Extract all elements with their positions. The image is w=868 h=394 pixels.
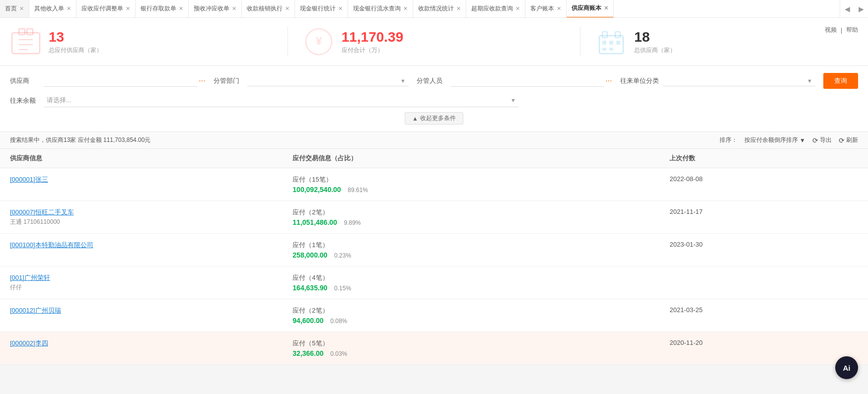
nav-tab-10[interactable]: 客户账本✕ bbox=[525, 0, 567, 18]
stat-number-suppliers: 13 bbox=[49, 29, 102, 46]
tx-amount-4: 94,600.00 bbox=[292, 317, 323, 325]
supplier-input[interactable] bbox=[44, 75, 198, 87]
collapse-bar: ▲ 收起更多条件 bbox=[10, 112, 858, 125]
nav-tab-close-3[interactable]: ✕ bbox=[179, 5, 183, 12]
stat-icon-suppliers bbox=[10, 26, 42, 58]
page-wrapper: 首页✕其他收入单✕应收应付调整单✕银行存取款单✕预收冲应收单✕收款核销执行✕现金… bbox=[0, 0, 868, 394]
nav-tab-3[interactable]: 银行存取款单✕ bbox=[136, 0, 189, 18]
nav-tab-close-2[interactable]: ✕ bbox=[126, 5, 130, 12]
tx-percent-5: 0.03% bbox=[330, 350, 347, 357]
supplier-link-3[interactable]: [001]广州荣轩 bbox=[10, 273, 292, 282]
nav-tab-close-8[interactable]: ✕ bbox=[456, 5, 461, 12]
table-row[interactable]: [000001]张三 应付（15笔） 100,092,540.00 89.61%… bbox=[0, 168, 868, 201]
nav-tab-close-11[interactable]: ✕ bbox=[604, 5, 608, 11]
refresh-button[interactable]: ⟳ 刷新 bbox=[839, 136, 858, 144]
td-supplier-4: [000012]广州贝瑞 bbox=[10, 306, 292, 316]
supplier-link-5[interactable]: [000002]李四 bbox=[10, 339, 292, 348]
td-transaction-4: 应付（2笔） 94,600.00 0.08% bbox=[292, 306, 669, 325]
person-input[interactable] bbox=[450, 75, 604, 87]
nav-tab-label-5: 收款核销执行 bbox=[247, 4, 283, 13]
svg-rect-11 bbox=[602, 41, 606, 45]
person-label: 分管人员 bbox=[417, 76, 446, 85]
sort-label: 排序： bbox=[720, 136, 737, 144]
svg-rect-13 bbox=[616, 41, 620, 45]
dept-label: 分管部门 bbox=[214, 76, 243, 85]
stats-header: 13 总应付供应商（家） ¥ 11,170.39 应付合计（万） bbox=[0, 18, 868, 66]
svg-rect-9 bbox=[602, 32, 607, 38]
nav-tab-close-10[interactable]: ✕ bbox=[557, 5, 561, 12]
table-row[interactable]: [000100]本特勤油品有限公司 应付（1笔） 258,000.00 0.23… bbox=[0, 234, 868, 266]
collapse-up-icon: ▲ bbox=[412, 115, 418, 122]
nav-tab-5[interactable]: 收款核销执行✕ bbox=[242, 0, 295, 18]
nav-tab-11[interactable]: 供应商账本✕ bbox=[567, 0, 614, 18]
tx-label-0: 应付（15笔） bbox=[292, 175, 669, 184]
balance-select[interactable]: 请选择... ▼ bbox=[44, 94, 519, 107]
td-lastpay-2: 2023-01-30 bbox=[669, 241, 858, 248]
supplier-link-4[interactable]: [000012]广州贝瑞 bbox=[10, 306, 292, 315]
nav-next-button[interactable]: ▶ bbox=[854, 0, 868, 18]
stat-icon-amount: ¥ bbox=[303, 26, 335, 58]
nav-tab-close-4[interactable]: ✕ bbox=[232, 5, 236, 12]
nav-prev-button[interactable]: ◀ bbox=[840, 0, 854, 18]
td-lastpay-0: 2022-08-08 bbox=[669, 175, 858, 183]
table-header: 供应商信息 应付交易信息（占比） 上次付数 bbox=[0, 149, 868, 168]
stat-block-suppliers: 13 总应付供应商（家） bbox=[10, 26, 273, 58]
table-body: [000001]张三 应付（15笔） 100,092,540.00 89.61%… bbox=[0, 168, 868, 365]
td-transaction-3: 应付（4笔） 164,635.90 0.15% bbox=[292, 273, 669, 292]
supplier-link-1[interactable]: [000007]恒旺二手叉车 bbox=[10, 208, 292, 217]
sort-chevron-icon: ▼ bbox=[799, 137, 805, 144]
svg-rect-1 bbox=[19, 29, 25, 35]
balance-label: 往来余额 bbox=[10, 96, 40, 105]
supplier-sub-1: 王通 17106110000 bbox=[10, 218, 60, 225]
nav-tab-1[interactable]: 其他收入单✕ bbox=[29, 0, 76, 18]
table-row[interactable]: [000002]李四 应付（5笔） 32,366.00 0.03% 2020-1… bbox=[0, 332, 868, 365]
nav-tab-close-5[interactable]: ✕ bbox=[285, 5, 289, 12]
nav-tab-close-6[interactable]: ✕ bbox=[338, 5, 343, 12]
tx-amount-3: 164,635.90 bbox=[292, 284, 327, 292]
balance-chevron-icon: ▼ bbox=[510, 97, 516, 103]
table-row[interactable]: [000007]恒旺二手叉车 王通 17106110000 应付（2笔） 11,… bbox=[0, 201, 868, 234]
nav-tab-8[interactable]: 收款情况统计✕ bbox=[413, 0, 466, 18]
ai-button[interactable]: Ai bbox=[835, 356, 858, 379]
nav-tab-label-3: 银行存取款单 bbox=[141, 4, 176, 13]
nav-tab-0[interactable]: 首页✕ bbox=[0, 0, 29, 18]
collapse-button[interactable]: ▲ 收起更多条件 bbox=[405, 112, 463, 125]
nav-tab-2[interactable]: 应收应付调整单✕ bbox=[76, 0, 136, 18]
nav-tab-close-1[interactable]: ✕ bbox=[67, 5, 71, 12]
nav-tab-7[interactable]: 现金银行流水查询✕ bbox=[348, 0, 413, 18]
stat-label-total: 总供应商（家） bbox=[634, 46, 676, 55]
th-supplier: 供应商信息 bbox=[10, 154, 292, 163]
tx-percent-1: 9.89% bbox=[344, 219, 361, 226]
sort-select[interactable]: 按应付余额倒序排序 ▼ bbox=[744, 136, 805, 144]
nav-tab-close-7[interactable]: ✕ bbox=[403, 5, 408, 12]
tx-label-4: 应付（2笔） bbox=[292, 306, 669, 315]
table-row[interactable]: [001]广州荣轩 仔仔 应付（4笔） 164,635.90 0.15% bbox=[0, 266, 868, 299]
svg-rect-2 bbox=[27, 29, 33, 35]
filter-item-balance: 往来余额 请选择... ▼ bbox=[10, 94, 519, 107]
td-lastpay-4: 2021-03-25 bbox=[669, 306, 858, 314]
table-row[interactable]: [000012]广州贝瑞 应付（2笔） 94,600.00 0.08% 2021… bbox=[0, 299, 868, 332]
video-link[interactable]: 视频 bbox=[825, 26, 837, 34]
tx-amount-0: 100,092,540.00 bbox=[292, 186, 341, 194]
supplier-link-0[interactable]: [000001]张三 bbox=[10, 175, 292, 184]
search-button[interactable]: 查询 bbox=[823, 73, 858, 89]
supplier-dots-icon[interactable]: ··· bbox=[199, 76, 205, 85]
tx-label-3: 应付（4笔） bbox=[292, 273, 669, 282]
nav-tab-9[interactable]: 超期应收款查询✕ bbox=[466, 0, 525, 18]
nav-tab-label-9: 超期应收款查询 bbox=[471, 4, 513, 13]
export-button[interactable]: ⟳ 导出 bbox=[812, 136, 832, 144]
stat-text-suppliers: 13 总应付供应商（家） bbox=[49, 29, 102, 55]
filter-item-dept: 分管部门 ▼ bbox=[214, 76, 409, 86]
supplier-link-2[interactable]: [000100]本特勤油品有限公司 bbox=[10, 241, 292, 250]
category-select[interactable]: ▼ bbox=[663, 76, 816, 86]
help-link[interactable]: 帮助 bbox=[846, 26, 858, 34]
person-dots-icon[interactable]: ··· bbox=[605, 76, 612, 85]
nav-tab-4[interactable]: 预收冲应收单✕ bbox=[189, 0, 242, 18]
nav-tab-6[interactable]: 现金银行统计✕ bbox=[295, 0, 348, 18]
nav-tab-close-0[interactable]: ✕ bbox=[19, 5, 24, 12]
dept-select[interactable]: ▼ bbox=[247, 76, 409, 86]
nav-tab-close-9[interactable]: ✕ bbox=[515, 5, 520, 12]
stat-block-total: 18 总供应商（家） bbox=[595, 26, 858, 58]
svg-rect-10 bbox=[615, 32, 620, 38]
nav-tab-label-6: 现金银行统计 bbox=[300, 4, 336, 13]
